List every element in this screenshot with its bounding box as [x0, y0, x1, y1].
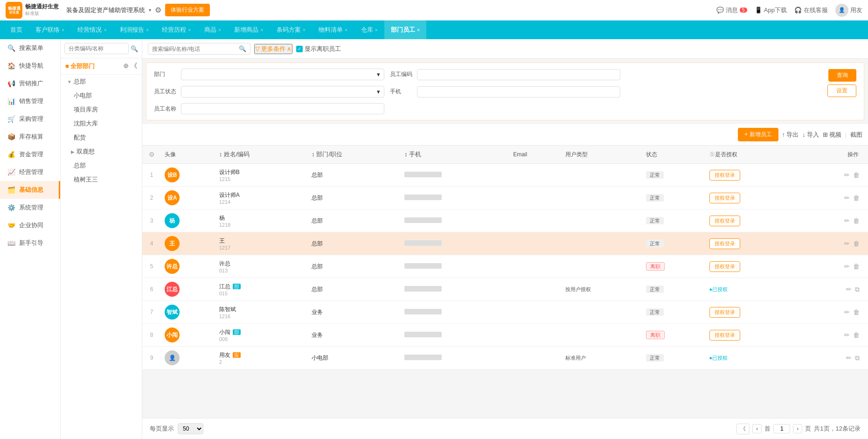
export-button[interactable]: ↑ 导出: [782, 131, 799, 139]
delete-icon[interactable]: 🗑: [853, 263, 860, 270]
authorize-button[interactable]: 授权登录: [709, 216, 740, 226]
show-resigned-toggle[interactable]: ✓ 显示离职员工: [296, 45, 341, 53]
delete-icon[interactable]: 🗑: [853, 171, 860, 179]
search-input[interactable]: [152, 46, 237, 52]
close-icon[interactable]: ×: [188, 27, 191, 33]
dept-collapse-icon[interactable]: 《: [131, 62, 137, 70]
add-employee-button[interactable]: + 新增员工: [738, 128, 778, 141]
dept-search-input[interactable]: [64, 43, 129, 54]
name-filter-input[interactable]: [181, 103, 384, 114]
tab-profit[interactable]: 利润报告 ×: [113, 21, 155, 39]
tab-goods[interactable]: 商品 ×: [198, 21, 228, 39]
search-button[interactable]: 查询: [828, 69, 856, 82]
authorize-button[interactable]: 授权登录: [709, 330, 740, 341]
delete-icon[interactable]: 🗑: [853, 240, 860, 247]
authorize-button[interactable]: 授权登录: [709, 307, 740, 318]
edit-icon[interactable]: ✏: [846, 354, 852, 362]
dept-node-zongbu-child[interactable]: 总部: [61, 159, 142, 173]
edit-icon[interactable]: ✏: [844, 171, 850, 179]
close-icon[interactable]: ×: [260, 27, 263, 33]
sidebar-item-purchase[interactable]: 🛒 采购管理: [0, 110, 60, 128]
edit-icon[interactable]: ✏: [846, 286, 852, 293]
col-dept[interactable]: ↕ 部门/职位: [308, 146, 401, 164]
status-filter-select[interactable]: ▾: [181, 86, 384, 98]
close-icon[interactable]: ×: [375, 27, 378, 33]
col-name[interactable]: ↕ 姓名/编码: [215, 146, 308, 164]
app-download-btn[interactable]: 📱 App下载: [755, 6, 787, 14]
settings-icon[interactable]: ⚙: [155, 6, 161, 14]
sidebar-item-guide[interactable]: 📖 新手引导: [0, 234, 60, 252]
dept-node-shuanglu[interactable]: ▶ 双鹿想: [61, 145, 142, 159]
dept-search-icon[interactable]: 🔍: [131, 45, 138, 52]
dept-node-zhishu[interactable]: 植树王三: [61, 173, 142, 187]
tab-bom[interactable]: 物料清单 ×: [312, 21, 354, 39]
tab-add-goods[interactable]: 新增商品 ×: [228, 21, 270, 39]
per-page-select[interactable]: 50 100: [178, 423, 203, 434]
trial-button[interactable]: 体验行业方案: [165, 4, 210, 16]
close-icon[interactable]: ×: [104, 27, 106, 33]
sidebar-item-collab[interactable]: 🤝 企业协同: [0, 216, 60, 234]
close-icon[interactable]: ×: [417, 27, 420, 33]
sidebar-item-search[interactable]: 🔍 搜索菜单: [0, 39, 60, 57]
online-service-btn[interactable]: 🎧 在线客服: [794, 6, 828, 14]
edit-icon[interactable]: ✏: [844, 263, 850, 270]
sidebar-item-system[interactable]: ⚙️ 系统管理: [0, 199, 60, 216]
edit-icon[interactable]: ✏: [844, 308, 850, 316]
delete-icon[interactable]: 🗑: [853, 331, 860, 339]
sidebar-item-basic[interactable]: 🗂️ 基础信息: [0, 181, 60, 199]
authorize-button[interactable]: 授权登录: [709, 261, 740, 272]
edit-icon[interactable]: ✏: [844, 240, 850, 247]
sidebar-item-nav[interactable]: 🏠 快捷导航: [0, 57, 60, 75]
edit-icon[interactable]: ✏: [844, 194, 850, 202]
authorize-button[interactable]: 授权登录: [709, 238, 740, 249]
message-btn[interactable]: 💬 消息 5: [716, 6, 747, 14]
delete-icon[interactable]: 🗑: [853, 308, 860, 316]
copy-icon[interactable]: ⧉: [855, 286, 860, 293]
sidebar-item-management[interactable]: 📈 经营管理: [0, 163, 60, 181]
dept-node-peihuo[interactable]: 配货: [61, 131, 142, 145]
dept-node-xiangmu[interactable]: 项目库房: [61, 103, 142, 117]
import-button[interactable]: ↓ 导入: [802, 131, 819, 139]
dept-edit-icon[interactable]: ⊕: [123, 62, 129, 70]
sidebar-item-finance[interactable]: 💰 资金管理: [0, 146, 60, 163]
first-page-button[interactable]: 《: [736, 424, 750, 434]
delete-icon[interactable]: 🗑: [853, 217, 860, 224]
col-settings[interactable]: ⚙: [142, 146, 161, 164]
tab-journey[interactable]: 经营历程 ×: [155, 21, 197, 39]
view-button[interactable]: ⊞ 视频: [823, 131, 841, 139]
close-icon[interactable]: ×: [303, 27, 306, 33]
phone-filter-input[interactable]: [417, 86, 620, 98]
col-phone[interactable]: ↕ 手机: [401, 146, 509, 164]
authorize-button[interactable]: 授权登录: [709, 170, 740, 181]
sidebar-item-inventory[interactable]: 📦 库存核算: [0, 128, 60, 146]
tab-home[interactable]: 首页: [4, 21, 29, 39]
column-settings-icon[interactable]: ⚙: [149, 151, 155, 158]
dept-node-zongbu-parent[interactable]: ▼ 总部: [61, 75, 142, 89]
edit-icon[interactable]: ✏: [844, 217, 850, 224]
dept-node-shenyang[interactable]: 沈阳大库: [61, 117, 142, 131]
code-filter-input[interactable]: [417, 69, 620, 80]
close-icon[interactable]: ×: [345, 27, 347, 33]
close-icon[interactable]: ×: [146, 27, 149, 33]
tab-barcode[interactable]: 条码方案 ×: [270, 21, 312, 39]
tab-department[interactable]: 部门员工 ×: [384, 21, 426, 39]
tab-warehouse[interactable]: 仓库 ×: [354, 21, 384, 39]
dept-node-xiaodian[interactable]: 小电部: [61, 89, 142, 103]
more-filter-btn[interactable]: ▽ 更多条件 ∧: [254, 44, 292, 54]
prev-page-button[interactable]: ‹: [752, 424, 762, 433]
tab-customer[interactable]: 客户联络 ×: [29, 21, 71, 39]
screenshot-button[interactable]: 截图: [850, 131, 862, 139]
page-number-input[interactable]: [773, 424, 790, 433]
delete-icon[interactable]: 🗑: [853, 194, 860, 202]
system-title-arrow[interactable]: ▾: [149, 7, 151, 13]
next-page-button[interactable]: ›: [793, 424, 802, 433]
edit-icon[interactable]: ✏: [844, 331, 850, 339]
authorize-button[interactable]: 授权登录: [709, 193, 740, 203]
user-btn[interactable]: 👤 用友: [835, 4, 862, 17]
sidebar-item-marketing[interactable]: 📢 营销推广: [0, 75, 60, 92]
sidebar-item-sales[interactable]: 📊 销售管理: [0, 92, 60, 110]
tab-operation[interactable]: 经营情况 ×: [71, 21, 113, 39]
close-icon[interactable]: ×: [218, 27, 221, 33]
copy-icon[interactable]: ⧉: [855, 354, 860, 362]
reset-button[interactable]: 设置: [827, 84, 856, 97]
